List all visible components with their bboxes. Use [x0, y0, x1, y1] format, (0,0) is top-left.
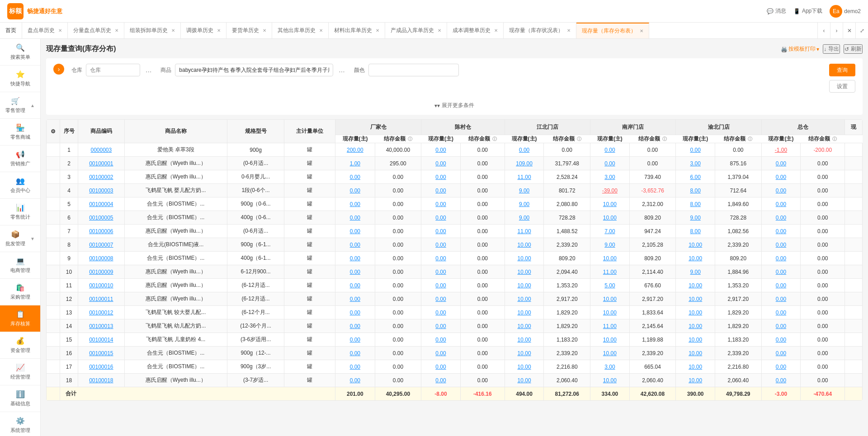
cell-yb-qty: 10.00: [676, 252, 715, 265]
warehouse-dots-btn[interactable]: ...: [144, 66, 153, 74]
tab-10[interactable]: 现存量（库存状况表） ✕: [504, 23, 576, 39]
chevron-up-icon: ▲: [30, 103, 35, 108]
cell-code: 00100013: [78, 319, 125, 333]
tab-2[interactable]: 分量盘点单历史 ✕: [68, 23, 124, 39]
sidebar-item-marketing[interactable]: 📢 营销推广: [0, 145, 40, 172]
tab-9[interactable]: 成本调整单历史 ✕: [447, 23, 504, 39]
settings-btn[interactable]: 设置: [829, 80, 855, 93]
tab-5[interactable]: 要货单历史 ✕: [226, 23, 272, 39]
tab-expand-btn[interactable]: ⤢: [855, 23, 868, 39]
sidebar-item-retail-mall[interactable]: 🏪 零售商城: [0, 119, 40, 145]
tab-close-8[interactable]: ✕: [438, 28, 441, 33]
sidebar-item-quicknav[interactable]: ⭐ 快捷导航: [0, 66, 40, 92]
tab-close-1[interactable]: ✕: [58, 28, 62, 33]
tab-close-6[interactable]: ✕: [319, 28, 323, 33]
table-row: 3 00100002 惠氏启醒（Wyeth illu...） 0-6月婴儿...…: [47, 170, 863, 184]
tab-close-all-btn[interactable]: ✕: [843, 23, 855, 39]
tab-8[interactable]: 产成品入库单历史 ✕: [385, 23, 447, 39]
cell-unit: 罐: [284, 143, 335, 157]
cell-extra: [845, 306, 863, 319]
app-download-btn[interactable]: 📱 App下载: [793, 7, 822, 15]
cell-tot-amt: 0.00: [801, 265, 845, 279]
cell-na-qty: 9.00: [590, 238, 630, 252]
tab-11[interactable]: 现存量（库存分布表） ✕: [576, 23, 649, 39]
tab-close-10[interactable]: ✕: [567, 28, 571, 33]
sidebar-item-base-info[interactable]: ℹ️ 基础信息: [0, 385, 40, 412]
cell-yb-amt: 2,060.40: [715, 374, 761, 387]
cell-fc-amt: 0.00: [375, 319, 421, 333]
table-row: 18 00100018 惠氏启醒（Wyeth illu...） (3-7岁适..…: [47, 374, 863, 387]
expand-conditions-btn[interactable]: ▾▾ 展开更多条件: [53, 102, 855, 109]
sidebar-item-system[interactable]: ⚙️ 系统管理: [0, 412, 40, 436]
cell-spec: (6-12月适...: [227, 279, 284, 292]
cell-num: 15: [60, 333, 78, 347]
export-btn[interactable]: ↓ 导出: [823, 44, 840, 54]
sidebar-item-finance[interactable]: 💰 资金管理: [0, 332, 40, 359]
tab-prev-btn[interactable]: ‹: [817, 23, 830, 39]
tab-7[interactable]: 材料出库单历史 ✕: [329, 23, 385, 39]
summary-fc-amt: 40,295.00: [375, 387, 421, 401]
tab-home[interactable]: 首页: [0, 23, 22, 39]
tab-close-9[interactable]: ✕: [494, 28, 498, 33]
cell-na-qty: 10.00: [590, 252, 630, 265]
col-name: 商品名称: [124, 120, 227, 143]
cell-name: 飞鹤星飞帆 儿童奶粉 4...: [124, 333, 227, 347]
tab-close-2[interactable]: ✕: [115, 28, 118, 33]
print-btn[interactable]: 🖨️ 按模板打印 ▾: [781, 45, 819, 53]
cell-extra: [845, 170, 863, 184]
box-icon: 📦: [11, 230, 20, 239]
goods-input[interactable]: [175, 64, 333, 76]
goods-dots-btn[interactable]: ...: [337, 66, 346, 74]
sidebar-item-purchase[interactable]: 🛍️ 采购管理: [0, 279, 40, 305]
sidebar-item-wholesale[interactable]: 📦 批发管理 ▼: [0, 225, 40, 252]
warehouse-input[interactable]: [86, 64, 140, 76]
cell-tot-qty: 0.00: [761, 238, 801, 252]
user-menu[interactable]: Ea demo2: [830, 5, 861, 18]
info-icon: ℹ️: [16, 390, 25, 398]
cell-cm-qty: 0.00: [421, 170, 461, 184]
tab-close-3[interactable]: ✕: [171, 28, 175, 33]
cell-na-qty: 11.00: [590, 265, 630, 279]
cell-na-qty: 10.00: [590, 197, 630, 211]
sidebar-item-operations[interactable]: 📈 经营管理: [0, 359, 40, 385]
chevron-down-icon: ▼: [30, 236, 35, 241]
expand-search-btn[interactable]: ›: [53, 64, 64, 75]
tab-3[interactable]: 组装拆卸单历史 ✕: [124, 23, 181, 39]
tab-1[interactable]: 盘点单历史 ✕: [22, 23, 68, 39]
cell-gear: [47, 225, 60, 238]
cell-yb-amt: 1,829.20: [715, 306, 761, 319]
cell-spec: 400g（6-1...: [227, 252, 284, 265]
refresh-btn[interactable]: ↺ 刷新: [844, 44, 863, 54]
tab-close-7[interactable]: ✕: [376, 28, 379, 33]
color-input[interactable]: [368, 64, 459, 76]
computer-icon: 💻: [16, 257, 25, 265]
tab-close-5[interactable]: ✕: [263, 28, 266, 33]
col-cm-amt: 结存金额 ⓘ: [460, 135, 505, 143]
messages-btn[interactable]: 💬 消息: [767, 7, 786, 15]
sidebar-item-retail-stats[interactable]: 📊 零售统计: [0, 199, 40, 225]
cell-yb-amt: 2,339.20: [715, 347, 761, 360]
cell-tot-amt: 0.00: [801, 333, 845, 347]
cell-na-amt: 2,105.28: [629, 238, 676, 252]
sidebar-item-inventory[interactable]: 📋 库存核算: [0, 305, 40, 332]
sidebar-item-ecommerce[interactable]: 💻 电商管理: [0, 252, 40, 279]
page-header: 现存量查询(库存分布) 🖨️ 按模板打印 ▾ ↓ 导出 ↺ 刷新: [46, 44, 863, 54]
cell-code: 00100011: [78, 292, 125, 306]
cell-name: 飞鹤星飞帆 较大婴儿配...: [124, 306, 227, 319]
cell-spec: (0-6月适...: [227, 225, 284, 238]
tab-4[interactable]: 调拨单历史 ✕: [181, 23, 226, 39]
summary-na-qty: 334.00: [590, 387, 630, 401]
sidebar-item-retail-mgmt[interactable]: 🛒 零售管理 ▲: [0, 92, 40, 119]
cell-jb-amt: 31,797.48: [544, 157, 590, 170]
cell-cm-qty: 0.00: [421, 211, 461, 225]
tab-close-11[interactable]: ✕: [640, 28, 643, 33]
tab-next-btn[interactable]: ›: [830, 23, 843, 39]
tab-6[interactable]: 其他出库单历史 ✕: [272, 23, 329, 39]
query-btn[interactable]: 查询: [829, 64, 855, 76]
cell-num: 17: [60, 360, 78, 374]
tab-close-4[interactable]: ✕: [217, 28, 221, 33]
sidebar-item-search[interactable]: 🔍 搜索英单: [0, 39, 40, 66]
cell-yb-qty: 8.00: [676, 225, 715, 238]
sidebar-item-member[interactable]: 👥 会员中心: [0, 172, 40, 199]
cell-cm-qty: 0.00: [421, 252, 461, 265]
